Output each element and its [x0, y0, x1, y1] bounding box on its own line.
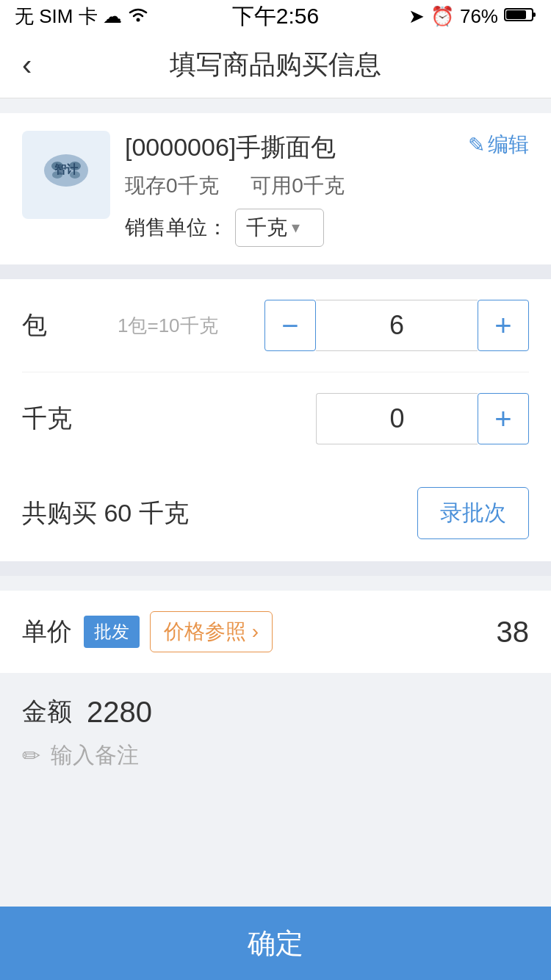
kg-plus-button[interactable]: +: [478, 393, 529, 444]
confirm-bar[interactable]: 确定: [0, 907, 551, 980]
kg-input[interactable]: [316, 393, 478, 444]
package-stepper: − +: [264, 300, 529, 351]
package-minus-button[interactable]: −: [264, 300, 316, 351]
package-input[interactable]: [316, 300, 478, 351]
kg-row: 千克 +: [22, 372, 529, 465]
amount-value: 2280: [87, 696, 152, 729]
product-image: 智计: [22, 131, 110, 219]
confirm-text: 确定: [248, 925, 303, 962]
page-title: 填写商品购买信息: [170, 47, 381, 83]
batch-button[interactable]: 录批次: [417, 487, 529, 539]
alarm-icon: ⏰: [431, 5, 454, 28]
amount-row: 金额 2280: [22, 695, 529, 729]
total-row: 共购买 60 千克 录批次: [0, 465, 551, 561]
package-label: 包: [22, 309, 110, 342]
total-text: 共购买 60 千克: [22, 497, 189, 530]
price-tag: 批发: [84, 616, 140, 648]
svg-text:智计: 智计: [54, 163, 79, 176]
nav-bar: ‹ 填写商品购买信息: [0, 32, 551, 98]
separator-2: [0, 561, 551, 576]
amount-section: 金额 2280 ✏ 输入备注: [0, 673, 551, 793]
package-sublabel: 1包=10千克: [118, 313, 218, 339]
product-unit-row: 销售单位： 千克: [125, 209, 529, 247]
status-time: 下午2:56: [232, 1, 319, 32]
amount-label: 金额: [22, 695, 72, 729]
remark-placeholder: 输入备注: [51, 741, 139, 771]
product-name: [0000006]手撕面包: [125, 131, 336, 165]
kg-label: 千克: [22, 402, 110, 436]
package-section: 包 1包=10千克 − + 千克 +: [0, 279, 551, 465]
back-button[interactable]: ‹: [22, 48, 32, 82]
kg-stepper: +: [316, 393, 529, 444]
wifi-icon: [128, 5, 148, 28]
package-row: 包 1包=10千克 − +: [22, 279, 529, 372]
price-value: 38: [497, 616, 530, 649]
price-section: 单价 批发 价格参照 › 38: [0, 591, 551, 673]
svg-rect-3: [506, 10, 526, 19]
remark-row[interactable]: ✏ 输入备注: [22, 741, 529, 771]
svg-point-0: [136, 18, 140, 21]
product-logo-icon: 智计: [37, 148, 96, 201]
pencil-icon: ✏: [22, 743, 40, 768]
battery-icon: [504, 5, 536, 28]
separator-1: [0, 264, 551, 279]
svg-rect-2: [533, 12, 536, 17]
product-card: 智计 [0000006]手撕面包 ✎ 编辑 现存0千克 可用0千克 销售单位： …: [0, 113, 551, 264]
price-ref-button[interactable]: 价格参照 ›: [150, 611, 273, 652]
package-plus-button[interactable]: +: [478, 300, 529, 351]
product-info: [0000006]手撕面包 ✎ 编辑 现存0千克 可用0千克 销售单位： 千克: [125, 131, 529, 247]
status-right: ➤ ⏰ 76%: [408, 5, 536, 28]
status-bar: 无 SIM 卡 ☁ 下午2:56 ➤ ⏰ 76%: [0, 0, 551, 32]
sim-label: 无 SIM 卡 ☁: [15, 4, 122, 29]
edit-button[interactable]: ✎ 编辑: [468, 131, 529, 159]
status-left: 无 SIM 卡 ☁: [15, 4, 148, 29]
edit-icon: ✎: [468, 133, 485, 157]
location-icon: ➤: [408, 5, 425, 28]
battery-label: 76%: [460, 5, 498, 28]
product-stock: 现存0千克 可用0千克: [125, 172, 529, 200]
price-label: 单价: [22, 615, 72, 649]
unit-select[interactable]: 千克: [235, 209, 324, 247]
